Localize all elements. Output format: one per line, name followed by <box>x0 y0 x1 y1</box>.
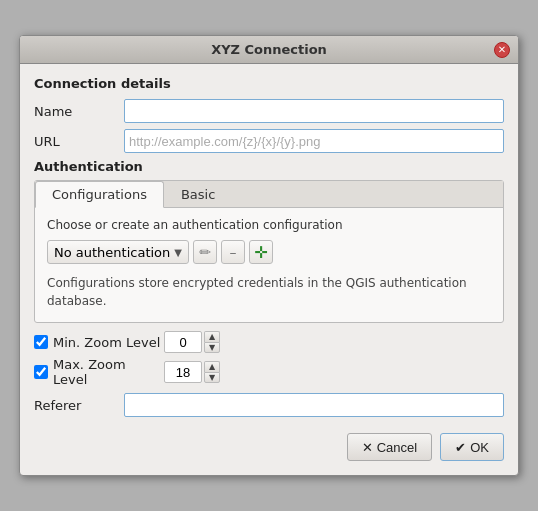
zoom-section: Min. Zoom Level ▲ ▼ Max. Zoom Level <box>34 331 504 387</box>
tab-basic[interactable]: Basic <box>164 181 232 207</box>
auth-tabs: Configurations Basic <box>35 181 503 208</box>
url-label: URL <box>34 134 124 149</box>
max-zoom-input[interactable] <box>164 361 202 383</box>
remove-auth-button[interactable]: – <box>221 240 245 264</box>
max-zoom-down-button[interactable]: ▼ <box>204 372 220 383</box>
min-zoom-spinner-buttons: ▲ ▼ <box>204 331 220 353</box>
url-input[interactable] <box>124 129 504 153</box>
min-zoom-up-button[interactable]: ▲ <box>204 331 220 342</box>
max-zoom-spinner-buttons: ▲ ▼ <box>204 361 220 383</box>
max-zoom-label: Max. Zoom Level <box>34 357 164 387</box>
referer-input[interactable] <box>124 393 504 417</box>
main-window: XYZ Connection ✕ Connection details Name… <box>19 35 519 476</box>
max-zoom-up-button[interactable]: ▲ <box>204 361 220 372</box>
min-zoom-spinner: ▲ ▼ <box>164 331 220 353</box>
name-label: Name <box>34 104 124 119</box>
cancel-icon: ✕ <box>362 440 373 455</box>
edit-auth-button[interactable]: ✏ <box>193 240 217 264</box>
dropdown-arrow-icon: ▼ <box>174 247 182 258</box>
remove-icon: – <box>230 244 237 260</box>
min-zoom-input[interactable] <box>164 331 202 353</box>
cancel-button[interactable]: ✕ Cancel <box>347 433 432 461</box>
name-row: Name <box>34 99 504 123</box>
url-row: URL <box>34 129 504 153</box>
tab-configurations-content: Choose or create an authentication confi… <box>35 208 503 322</box>
tab-configurations[interactable]: Configurations <box>35 181 164 208</box>
auth-select-value: No authentication <box>54 245 170 260</box>
section-title: Connection details <box>34 76 504 91</box>
referer-row: Referer <box>34 393 504 417</box>
ok-icon: ✔ <box>455 440 466 455</box>
referer-label: Referer <box>34 398 124 413</box>
max-zoom-row: Max. Zoom Level ▲ ▼ <box>34 357 504 387</box>
cancel-label: Cancel <box>377 440 417 455</box>
min-zoom-checkbox[interactable] <box>34 335 48 349</box>
ok-label: OK <box>470 440 489 455</box>
window-title: XYZ Connection <box>211 42 327 57</box>
bottom-bar: ✕ Cancel ✔ OK <box>34 429 504 461</box>
auth-section-label: Authentication <box>34 159 504 174</box>
min-zoom-row: Min. Zoom Level ▲ ▼ <box>34 331 504 353</box>
max-zoom-spinner: ▲ ▼ <box>164 361 220 383</box>
add-icon: ✛ <box>254 243 267 262</box>
min-zoom-down-button[interactable]: ▼ <box>204 342 220 353</box>
max-zoom-checkbox[interactable] <box>34 365 48 379</box>
titlebar: XYZ Connection ✕ <box>20 36 518 64</box>
ok-button[interactable]: ✔ OK <box>440 433 504 461</box>
add-auth-button[interactable]: ✛ <box>249 240 273 264</box>
auth-select[interactable]: No authentication ▼ <box>47 240 189 264</box>
auth-box: Configurations Basic Choose or create an… <box>34 180 504 323</box>
auth-controls-row: No authentication ▼ ✏ – ✛ <box>47 240 491 264</box>
edit-icon: ✏ <box>199 244 211 260</box>
close-icon: ✕ <box>498 44 506 55</box>
content-area: Connection details Name URL Authenticati… <box>20 64 518 475</box>
auth-info-text: Configurations store encrypted credentia… <box>47 274 491 310</box>
name-input[interactable] <box>124 99 504 123</box>
min-zoom-label: Min. Zoom Level <box>34 335 164 350</box>
config-description: Choose or create an authentication confi… <box>47 218 491 232</box>
close-button[interactable]: ✕ <box>494 42 510 58</box>
